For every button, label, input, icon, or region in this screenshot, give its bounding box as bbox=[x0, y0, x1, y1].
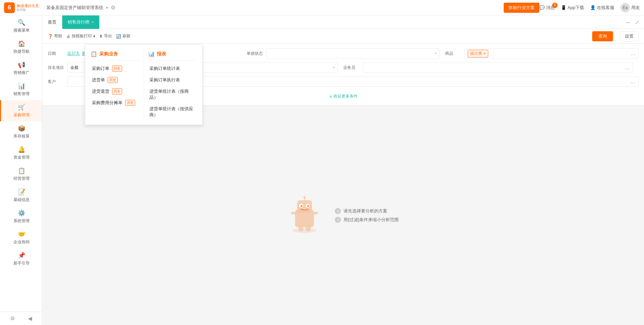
goods-tag: 设计类 × bbox=[468, 50, 488, 57]
empty-tips: 1 请先选择要分析的方案 2 用[过滤]条件来缩小分析范围 bbox=[335, 208, 398, 223]
top-header: 6 畅捷通好生意 标准版 装备及固定资产辅助管理系统 ▾ ⚙ 体验行业方案 💬 … bbox=[0, 0, 644, 15]
message-button[interactable]: 💬 消息 9 bbox=[539, 5, 555, 11]
system-settings-icon[interactable]: ⚙ bbox=[111, 4, 115, 11]
avatar: Ea bbox=[620, 3, 630, 12]
message-icon: 💬 bbox=[539, 5, 545, 10]
sidebar-item-inventory[interactable]: 📦 库存核算 bbox=[0, 121, 42, 143]
sidebar-item-finance[interactable]: 🔔 资金管理 bbox=[0, 143, 42, 164]
finance-icon: 🔔 bbox=[18, 146, 25, 153]
dropdown-item-incoming-stats-supplier[interactable]: 进货单统计表（按供应商） bbox=[148, 103, 197, 121]
sidebar-item-operation[interactable]: 📋 经营管理 bbox=[0, 164, 42, 185]
system-name-dropdown-icon[interactable]: ▾ bbox=[106, 5, 108, 10]
order-exec-label: 采购订单执行表 bbox=[149, 77, 180, 83]
purchase-business-icon: 📋 bbox=[91, 51, 97, 57]
dropdown-item-purchase-order[interactable]: 采购订单 历史 bbox=[91, 63, 140, 74]
sidebar-item-system[interactable]: ⚙️ 系统管理 bbox=[0, 206, 42, 227]
tab-home[interactable]: 首页 bbox=[42, 15, 62, 29]
sidebar-label-basicinfo: 基础信息 bbox=[13, 197, 30, 203]
dropdown-item-order-stats[interactable]: 采购订单统计表 bbox=[148, 63, 197, 74]
online-service-label: 在线客服 bbox=[597, 5, 614, 11]
sidebar-item-search[interactable]: 🔍 搜索菜单 bbox=[0, 15, 42, 37]
sidebar-item-basicinfo[interactable]: 📝 基础信息 bbox=[0, 185, 42, 206]
tab-bar: 首页 销售排行榜 × — ⤢ bbox=[42, 15, 644, 29]
empty-tip-1: 1 请先选择要分析的方案 bbox=[335, 208, 398, 214]
sidebar-label-purchase: 采购管理 bbox=[13, 112, 30, 118]
cooperation-icon: 🤝 bbox=[18, 231, 25, 238]
query-button[interactable]: 查询 bbox=[592, 31, 613, 41]
svg-point-0 bbox=[292, 228, 317, 233]
dropdown-col-report-header: 📊 报表 bbox=[148, 49, 197, 61]
home-icon: 🏠 bbox=[18, 40, 25, 47]
sidebar-item-sales[interactable]: 📊 销售管理 bbox=[0, 79, 42, 100]
voucher-status-input[interactable]: ▾ bbox=[266, 48, 440, 58]
service-icon: 👤 bbox=[590, 5, 596, 10]
header-right: 💬 消息 9 📱 App下载 👤 在线客服 Ea 用友 bbox=[539, 3, 640, 12]
salesperson-input[interactable]: … bbox=[363, 63, 633, 73]
filter-goods: 商品 设计类 × … bbox=[445, 48, 639, 58]
sidebar-collapse-icon[interactable]: ◀ bbox=[28, 315, 32, 322]
customer-dots[interactable]: … bbox=[630, 79, 636, 85]
settings-button[interactable]: 设置 bbox=[620, 31, 639, 41]
tab-sales-ranking[interactable]: 销售排行榜 × bbox=[62, 15, 100, 29]
report-icon: 📊 bbox=[148, 51, 155, 57]
empty-icon-area bbox=[288, 196, 321, 235]
help-button[interactable]: ❓ 帮助 bbox=[48, 33, 62, 39]
page-toolbar: ❓ 帮助 🖨 按模板打印 ▾ ⬆ 导出 🔄 刷新 查询 设置 bbox=[42, 29, 644, 44]
basicinfo-icon: 📝 bbox=[18, 188, 25, 196]
tab-controls: — ⤢ bbox=[624, 18, 644, 26]
online-service-button[interactable]: 👤 在线客服 bbox=[590, 5, 614, 11]
tip-text-1: 请先选择要分析的方案 bbox=[344, 208, 387, 214]
sidebar-label-cooperation: 企业协同 bbox=[13, 239, 30, 245]
sidebar-bottom: ⚙ ◀ bbox=[0, 312, 42, 325]
sales-icon: 📊 bbox=[18, 82, 25, 90]
print-label: 按模板打印 bbox=[72, 33, 92, 39]
salesperson-dots[interactable]: … bbox=[625, 65, 630, 71]
goods-label: 商品 bbox=[445, 51, 462, 56]
sidebar-item-cooperation[interactable]: 🤝 企业协同 bbox=[0, 227, 42, 248]
tab-minimize-button[interactable]: — bbox=[624, 18, 632, 26]
incoming-history: 历史 bbox=[108, 77, 118, 83]
rank-label: 排名项目 bbox=[48, 65, 65, 71]
sidebar-item-guide[interactable]: 📌 新手引导 bbox=[0, 248, 42, 270]
system-name-area: 装备及固定资产辅助管理系统 ▾ ⚙ bbox=[46, 4, 504, 11]
date-value[interactable]: 近37天 bbox=[67, 51, 80, 56]
dropdown-item-order-exec[interactable]: 采购订单执行表 bbox=[148, 74, 197, 86]
tab-close-icon[interactable]: × bbox=[92, 20, 94, 25]
logo-area: 6 畅捷通好生意 标准版 bbox=[4, 2, 46, 13]
print-dropdown-icon[interactable]: ▾ bbox=[93, 34, 95, 39]
trial-button[interactable]: 体验行业方案 bbox=[504, 3, 539, 13]
incoming-stats-supplier-label: 进货单统计表（按供应商） bbox=[149, 106, 196, 118]
sidebar-label-finance: 资金管理 bbox=[13, 155, 30, 160]
dropdown-item-incoming-stats-goods[interactable]: 进货单统计表（按商品） bbox=[148, 86, 197, 103]
logo-subtitle: 标准版 bbox=[17, 8, 39, 12]
dropdown-item-expense[interactable]: 采购费用分摊单 历史 bbox=[91, 97, 140, 109]
user-area[interactable]: Ea 用友 bbox=[620, 3, 640, 12]
expense-label: 采购费用分摊单 bbox=[92, 100, 122, 106]
message-badge: 9 bbox=[552, 3, 558, 8]
export-button[interactable]: ⬆ 导出 bbox=[99, 33, 112, 39]
sidebar-item-marketing[interactable]: 📢 营销推广 bbox=[0, 58, 42, 79]
tab-maximize-button[interactable]: ⤢ bbox=[633, 18, 641, 26]
dropdown-item-incoming[interactable]: 进货单 历史 bbox=[91, 74, 140, 86]
refresh-button[interactable]: 🔄 刷新 bbox=[116, 33, 131, 39]
incoming-label: 进货单 bbox=[92, 77, 105, 83]
sidebar-settings-icon[interactable]: ⚙ bbox=[10, 315, 15, 322]
goods-input[interactable]: 设计类 × … bbox=[465, 48, 639, 58]
goods-more-dots[interactable]: … bbox=[630, 50, 636, 56]
purchase-business-label: 采购业务 bbox=[99, 51, 118, 57]
svg-rect-11 bbox=[298, 226, 303, 231]
operation-icon: 📋 bbox=[18, 167, 25, 174]
dropdown-item-return[interactable]: 进货退货 历史 bbox=[91, 86, 140, 97]
filter-salesperson: 业务员 … bbox=[343, 63, 633, 73]
return-label: 进货退货 bbox=[92, 88, 109, 94]
sidebar-item-quick[interactable]: 🏠 快捷导航 bbox=[0, 37, 42, 58]
return-history: 历史 bbox=[112, 88, 122, 94]
date-label: 日期 bbox=[48, 51, 65, 56]
sidebar-item-purchase[interactable]: 🛒 采购管理 bbox=[0, 100, 42, 121]
filter-voucher-status: 单据状态 ▾ bbox=[247, 48, 440, 58]
svg-rect-12 bbox=[306, 226, 311, 231]
incoming-stats-goods-label: 进货单统计表（按商品） bbox=[149, 88, 196, 100]
app-download-button[interactable]: 📱 App下载 bbox=[561, 5, 584, 11]
print-button[interactable]: 🖨 按模板打印 ▾ bbox=[66, 33, 95, 39]
print-icon: 🖨 bbox=[66, 34, 70, 39]
